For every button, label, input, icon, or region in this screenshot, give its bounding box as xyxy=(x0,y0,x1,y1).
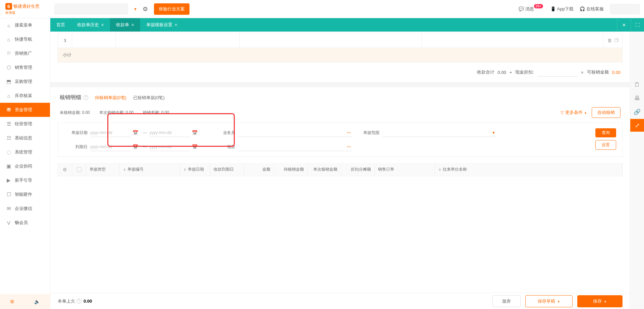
grid-cell[interactable] xyxy=(72,33,116,48)
sidebar-item-label: 搜索菜单 xyxy=(15,22,32,28)
rail-link-icon[interactable]: 🔗 xyxy=(630,105,644,118)
org-selector[interactable] xyxy=(54,3,128,15)
discard-button[interactable]: 放弃 xyxy=(492,295,521,307)
tab[interactable]: 首页 xyxy=(50,18,71,32)
online-service-link[interactable]: 🎧 在线客服 xyxy=(580,6,604,12)
col-sales-order[interactable]: 销售订单 xyxy=(375,163,435,176)
sidebar-item-icon: ⛃ xyxy=(6,107,11,113)
sidebar-item[interactable]: ⬒采购管理 xyxy=(0,75,50,89)
this-writeoff-amount: 本次核销金额: 0.00 xyxy=(99,110,133,116)
col-doc-type[interactable]: 单据类型 xyxy=(86,163,120,176)
sidebar-item[interactable]: ⛃资金管理 xyxy=(0,103,50,117)
sidebar-item[interactable]: ☷基础信息 xyxy=(0,131,50,145)
grid-row: 3 🗑 ❐ xyxy=(58,33,623,48)
cash-discount-input[interactable] xyxy=(537,68,578,77)
sidebar-item[interactable]: ⌂快捷导航 xyxy=(0,32,50,46)
sidebar-item-label: 资金管理 xyxy=(15,107,32,113)
tab[interactable]: 单据模板设置✕ xyxy=(140,18,183,32)
user-avatar[interactable] xyxy=(610,4,640,14)
sidebar-item[interactable]: ✉企业微信 xyxy=(0,202,50,216)
tab[interactable]: 收款单✕ xyxy=(110,18,140,32)
doc-range-select[interactable]: ▼ xyxy=(382,128,497,137)
auto-writeoff-button[interactable]: 自动核销 xyxy=(592,107,621,118)
col-pending-amount[interactable]: 待核销金额 xyxy=(274,163,308,176)
tab-done-writeoff[interactable]: 已核销单据(0笔) xyxy=(133,95,165,101)
messages-link[interactable]: 💬 消息 99+ xyxy=(519,6,544,12)
sidebar-item[interactable]: ☰经营管理 xyxy=(0,117,50,131)
doc-date-from-input[interactable] xyxy=(90,128,130,137)
sidebar-item[interactable]: V畅会员 xyxy=(0,216,50,230)
tab-pending-writeoff[interactable]: 待核销单据(0笔) xyxy=(95,95,126,101)
select-all-checkbox[interactable] xyxy=(72,163,86,176)
org-chevron-icon[interactable]: ▼ xyxy=(133,7,137,11)
sidebar-item[interactable]: ⚐营销推广 xyxy=(0,46,50,60)
operator-select[interactable]: ⋯ xyxy=(238,128,353,137)
tab[interactable]: 收款单历史✕ xyxy=(71,18,110,32)
sidebar-item[interactable]: ⌂库存核算 xyxy=(0,89,50,103)
content-area: 3 🗑 ❐ 小计 收款合计 0.00 + 现金折扣: = 可核销金额 0.00 … xyxy=(50,32,630,293)
col-pay-due[interactable]: 收款到期日 xyxy=(210,163,244,176)
grid-cell[interactable] xyxy=(240,33,422,48)
row-number: 3 xyxy=(58,33,72,48)
tab-close-icon[interactable]: ✕ xyxy=(101,23,104,27)
sidebar-item[interactable]: ▶新手引导 xyxy=(0,173,50,187)
tab-close-icon[interactable]: ✕ xyxy=(174,23,177,27)
copy-row-icon[interactable]: ❐ xyxy=(614,38,619,43)
rail-print-icon[interactable]: 🖶 xyxy=(630,92,644,105)
sidebar-item[interactable]: ▣企业协同 xyxy=(0,159,50,173)
sidebar-item[interactable]: ◌系统管理 xyxy=(0,145,50,159)
col-this-amount[interactable]: 本次核销金额 xyxy=(308,163,341,176)
brand-edition: 标准版 xyxy=(5,10,15,15)
sidebar-item[interactable]: ☐智能硬件 xyxy=(0,187,50,202)
col-doc-no[interactable]: ▲▼单据编号 xyxy=(120,163,180,176)
query-button[interactable]: 查询 xyxy=(595,128,616,137)
app-download-label: App下载 xyxy=(557,6,574,12)
sidebar-footer-sound-icon[interactable]: 🔈 xyxy=(34,299,40,304)
save-button[interactable]: 保存▲ xyxy=(577,295,623,307)
table-settings-icon[interactable]: ⚙ xyxy=(58,163,72,176)
writeoff-amount-value: 0.00 xyxy=(612,70,621,75)
grid-cell[interactable] xyxy=(116,33,240,48)
sidebar-item-label: 销售管理 xyxy=(15,64,32,71)
sidebar-item-label: 库存核算 xyxy=(15,93,32,99)
calendar-icon[interactable]: 📅 xyxy=(192,144,198,149)
tab-close-icon[interactable]: ✕ xyxy=(131,23,134,27)
sidebar-item[interactable]: ⌕搜索菜单 xyxy=(0,18,50,32)
due-date-to-input[interactable] xyxy=(150,142,190,151)
filter-settings-button[interactable]: 设置 xyxy=(595,140,616,150)
totals-row: 收款合计 0.00 + 现金折扣: = 可核销金额 0.00 xyxy=(58,62,623,82)
writeoff-diff: 核销差额: 0.00 xyxy=(143,110,169,116)
rail-note-icon[interactable]: 🗒 xyxy=(630,79,644,91)
section-divider xyxy=(50,82,630,87)
help-icon[interactable]: ? xyxy=(83,95,88,100)
more-conditions-toggle[interactable]: ▽ 更多条件 ▲ xyxy=(560,109,587,116)
col-amount[interactable]: 金额 xyxy=(244,163,274,176)
fullscreen-icon[interactable]: ⛶ xyxy=(631,18,644,32)
app-download-link[interactable]: 📱 App下载 xyxy=(550,6,574,12)
project-select[interactable]: ⋯ xyxy=(238,142,353,151)
sidebar-item-label: 营销推广 xyxy=(15,50,32,56)
help-icon[interactable]: ? xyxy=(76,299,82,304)
sidebar-footer-gear-icon[interactable]: ⚙ xyxy=(10,299,14,304)
collect-total-label: 收款合计 xyxy=(477,69,494,75)
col-partner-name[interactable]: ▲▼往来单位名称 xyxy=(435,163,622,176)
sidebar-item-label: 企业微信 xyxy=(15,206,32,212)
sidebar-item[interactable]: ⬡销售管理 xyxy=(0,60,50,75)
rail-expand-icon[interactable]: ⤢ xyxy=(630,119,644,132)
calendar-icon[interactable]: 📅 xyxy=(132,144,138,149)
experience-button[interactable]: 体验行业方案 xyxy=(154,3,190,15)
col-doc-date[interactable]: ▲▼单据日期 xyxy=(180,163,210,176)
save-draft-button[interactable]: 保存草稿▲ xyxy=(525,295,573,307)
col-discount-share[interactable]: 折扣分摊额 xyxy=(341,163,375,176)
calendar-icon[interactable]: 📅 xyxy=(132,130,138,135)
doc-date-to-input[interactable] xyxy=(150,128,190,137)
calendar-icon[interactable]: 📅 xyxy=(192,130,198,135)
grid-cell[interactable] xyxy=(422,33,603,48)
settings-icon[interactable]: ⚙ xyxy=(143,5,148,13)
delete-row-icon[interactable]: 🗑 xyxy=(607,38,612,43)
brand-logo: 6 畅捷通好生意 标准版 xyxy=(4,3,51,15)
due-date-from-input[interactable] xyxy=(90,142,130,151)
verification-title: 核销明细 ? xyxy=(60,94,88,101)
brand-name: 畅捷通好生意 xyxy=(13,3,40,9)
tab-close-all-icon[interactable]: ✕ xyxy=(617,18,631,32)
